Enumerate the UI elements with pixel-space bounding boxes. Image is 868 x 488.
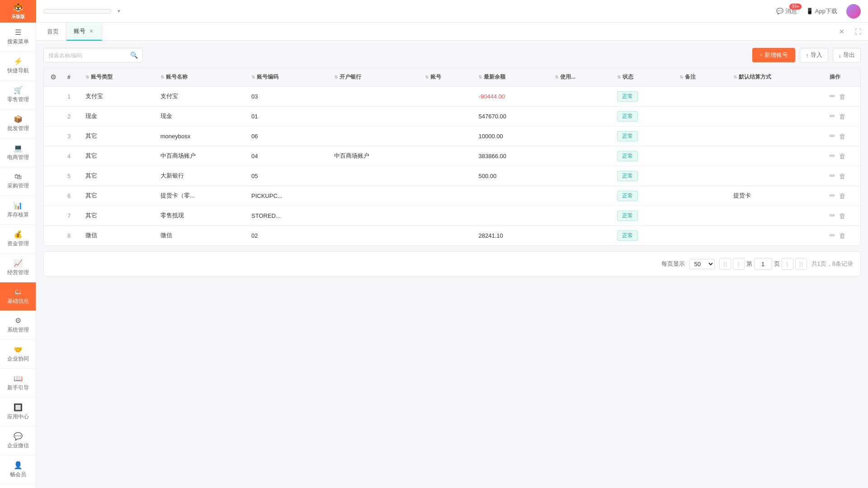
sidebar-item-inventory[interactable]: 📊库存核算 bbox=[0, 196, 36, 225]
col-usage[interactable]: 使用... bbox=[549, 68, 612, 86]
row-name: 提货卡（零... bbox=[155, 186, 246, 206]
col-default-pay[interactable]: 默认结算方式 bbox=[728, 68, 824, 86]
column-setting-icon[interactable]: ⚙ bbox=[50, 73, 56, 81]
row-usage bbox=[549, 166, 612, 186]
page-size-select[interactable]: 102050100 bbox=[689, 259, 715, 269]
company-icon: 🤝 bbox=[14, 345, 23, 354]
sidebar-item-guide[interactable]: 📖新手引导 bbox=[0, 369, 36, 398]
table-header-row: ⚙ # 账号类型 账号名称 账号编码 开户银行 账号 最新余额 使用... 状态… bbox=[44, 68, 860, 86]
setting-col-header[interactable]: ⚙ bbox=[44, 68, 62, 86]
col-status[interactable]: 状态 bbox=[612, 68, 674, 86]
sidebar-item-operation[interactable]: 📈经营管理 bbox=[0, 253, 36, 282]
sidebar-item-basic[interactable]: 🗂基础信息 bbox=[0, 282, 36, 311]
toolbar-right: + 新增账号 ↑ 导入 ↓ 导出 bbox=[752, 48, 861, 62]
table-row: 3 其它 moneybosx 06 10000.00 正常 ✏ 🗑 bbox=[44, 126, 860, 146]
row-setting bbox=[44, 106, 62, 126]
delete-icon[interactable]: 🗑 bbox=[839, 132, 846, 140]
app-download-button[interactable]: 📱 App下载 bbox=[806, 7, 837, 15]
col-name[interactable]: 账号名称 bbox=[155, 68, 246, 86]
header-dropdown-arrow[interactable]: ▼ bbox=[117, 9, 121, 14]
row-account bbox=[420, 86, 473, 106]
sidebar-item-label: 畅会员 bbox=[10, 471, 26, 479]
sidebar-item-label: 零售管理 bbox=[7, 96, 29, 103]
sidebar-item-purchase[interactable]: 🛍采购管理 bbox=[0, 167, 36, 196]
sidebar-item-shortcut[interactable]: ⚡快捷导航 bbox=[0, 52, 36, 80]
search-icon: ☰ bbox=[15, 28, 21, 37]
delete-icon[interactable]: 🗑 bbox=[839, 212, 846, 220]
search-icon[interactable]: 🔍 bbox=[130, 52, 138, 59]
first-page-button[interactable]: ⟨⟨ bbox=[719, 258, 731, 270]
tab-home[interactable]: 首页 bbox=[40, 23, 66, 41]
row-remark bbox=[674, 186, 727, 206]
sidebar-item-wholesale[interactable]: 📦批发管理 bbox=[0, 109, 36, 138]
delete-icon[interactable]: 🗑 bbox=[839, 113, 846, 120]
col-balance[interactable]: 最新余额 bbox=[473, 68, 549, 86]
edit-icon[interactable]: ✏ bbox=[830, 192, 835, 200]
row-default-pay bbox=[728, 146, 824, 166]
actions-cell: ✏ 🗑 bbox=[830, 192, 855, 200]
sidebar-item-ecommerce[interactable]: 💻电商管理 bbox=[0, 138, 36, 167]
page-suffix: 页 bbox=[774, 260, 780, 268]
edit-icon[interactable]: ✏ bbox=[830, 172, 835, 180]
edit-icon[interactable]: ✏ bbox=[830, 211, 835, 220]
delete-icon[interactable]: 🗑 bbox=[839, 152, 846, 160]
message-button[interactable]: 💬 消息 99+ bbox=[776, 7, 797, 15]
last-page-button[interactable]: ⟩⟩ bbox=[795, 258, 807, 270]
prev-page-button[interactable]: ⟨ bbox=[733, 258, 745, 270]
next-page-button[interactable]: ⟩ bbox=[782, 258, 793, 270]
edit-icon[interactable]: ✏ bbox=[830, 112, 835, 120]
tab-account[interactable]: 账号✕ bbox=[66, 23, 102, 41]
tab-close-account[interactable]: ✕ bbox=[88, 27, 94, 35]
status-badge: 正常 bbox=[617, 230, 638, 241]
edit-icon[interactable]: ✏ bbox=[830, 92, 835, 100]
row-num: 3 bbox=[62, 126, 80, 146]
finance-icon: 💰 bbox=[14, 230, 23, 239]
sidebar-item-finance[interactable]: 💰资金管理 bbox=[0, 225, 36, 253]
sidebar-item-search[interactable]: ☰搜索菜单 bbox=[0, 23, 36, 52]
row-balance: -90444.00 bbox=[473, 86, 549, 106]
edit-icon[interactable]: ✏ bbox=[830, 152, 835, 160]
export-button[interactable]: ↓ 导出 bbox=[833, 48, 861, 62]
tab-maximize[interactable]: ⛶ bbox=[852, 25, 864, 38]
sidebar-item-retail[interactable]: 🛒零售管理 bbox=[0, 80, 36, 109]
sidebar-item-apps[interactable]: 🔲应用中心 bbox=[0, 398, 36, 427]
add-account-button[interactable]: + 新增账号 bbox=[752, 48, 795, 62]
export-icon: ↓ bbox=[839, 52, 842, 59]
table-head: ⚙ # 账号类型 账号名称 账号编码 开户银行 账号 最新余额 使用... 状态… bbox=[44, 68, 860, 86]
row-type: 其它 bbox=[80, 206, 155, 225]
search-input[interactable] bbox=[48, 52, 130, 59]
delete-icon[interactable]: 🗑 bbox=[839, 192, 846, 200]
col-code[interactable]: 账号编码 bbox=[246, 68, 329, 86]
col-account[interactable]: 账号 bbox=[420, 68, 473, 86]
sidebar-item-wechat[interactable]: 💬企业微信 bbox=[0, 427, 36, 455]
top-search-box[interactable] bbox=[43, 9, 111, 14]
sidebar-item-label: 电商管理 bbox=[7, 154, 29, 161]
row-status: 正常 bbox=[612, 146, 674, 166]
delete-icon[interactable]: 🗑 bbox=[839, 93, 846, 100]
sidebar-item-system[interactable]: ⚙系统管理 bbox=[0, 311, 36, 340]
edit-icon[interactable]: ✏ bbox=[830, 132, 835, 140]
import-button[interactable]: ↑ 导入 bbox=[800, 48, 828, 62]
row-num: 5 bbox=[62, 166, 80, 186]
row-bank bbox=[329, 225, 420, 245]
row-account bbox=[420, 146, 473, 166]
row-usage bbox=[549, 106, 612, 126]
col-type[interactable]: 账号类型 bbox=[80, 68, 155, 86]
row-balance bbox=[473, 206, 549, 225]
edit-icon[interactable]: ✏ bbox=[830, 231, 835, 239]
col-remark[interactable]: 备注 bbox=[674, 68, 727, 86]
sidebar-item-member[interactable]: 👤畅会员 bbox=[0, 455, 36, 484]
sidebar-item-company[interactable]: 🤝企业协同 bbox=[0, 340, 36, 369]
row-usage bbox=[549, 146, 612, 166]
row-actions: ✏ 🗑 bbox=[824, 225, 860, 245]
delete-icon[interactable]: 🗑 bbox=[839, 172, 846, 180]
col-bank[interactable]: 开户银行 bbox=[329, 68, 420, 86]
row-num: 2 bbox=[62, 106, 80, 126]
delete-icon[interactable]: 🗑 bbox=[839, 232, 846, 239]
tab-close-all[interactable]: ✕ bbox=[835, 25, 848, 38]
avatar[interactable] bbox=[846, 4, 861, 19]
sidebar-item-label: 采购管理 bbox=[7, 182, 29, 190]
page-input[interactable] bbox=[754, 258, 772, 270]
row-default-pay bbox=[728, 126, 824, 146]
page-content: 🔍 + 新增账号 ↑ 导入 ↓ 导出 bbox=[36, 41, 868, 488]
